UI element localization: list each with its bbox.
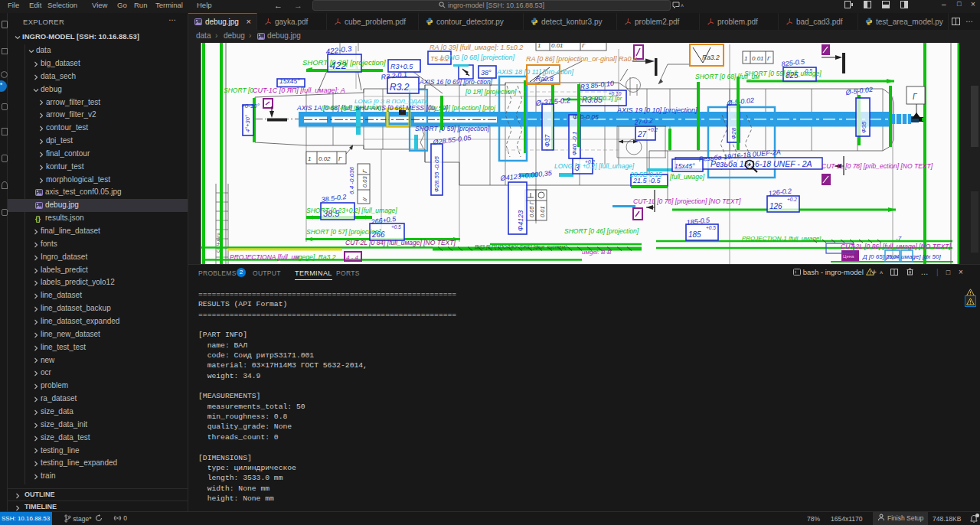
svg-text:RA [0 39] [full_имage]: 1.5±0.: RA [0 39] [full_имage]: 1.5±0.2 [430,44,523,51]
svg-text:SHORT [0 38] [projection]: SHORT [0 38] [projection] [302,58,386,67]
svg-text:SHORT [0 57] [projection]: SHORT [0 57] [projection] [306,228,381,236]
svg-text:-7: -7 [896,235,902,242]
svg-text:15х45°: 15х45° [279,77,300,85]
svg-text:126: 126 [769,202,782,210]
svg-text:Ra0.8: Ra0.8 [536,75,554,83]
svg-text:R3.2: R3.2 [390,82,410,93]
svg-text:15х45°: 15х45° [675,162,695,170]
svg-text:Д [0 65] [пол_имage] [dx 50]: Д [0 65] [пол_имage] [dx 50] [862,253,941,260]
svg-text:+0.2: +0.2 [648,127,658,132]
svg-text:Цена: Цена [843,254,854,259]
svg-text:0.03: 0.03 [361,176,368,188]
svg-text:6.4 -0.036: 6.4 -0.036 [348,166,355,194]
svg-text:[поли_age] [pro-ction]: [поли_age] [pro-ction] [321,104,381,111]
svg-text:ВИЗ [0.П] [ПОЛЖУ ЛЖЕ] [фил_сис: ВИЗ [0.П] [ПОЛЖУ ЛЖЕ] [фил_систем] [475,244,567,250]
svg-text:CUT-1L [0 78] [prib_ection] [N: CUT-1L [0 78] [prib_ection] [NO TEXT] [822,162,933,170]
svg-text:PROJECTIONA [full_им: PROJECTIONA [full_им [230,253,299,261]
svg-text:Г: Г [767,55,771,62]
svg-text:4 - 4: 4 - 4 [346,254,359,261]
svg-text:PROJECTION-1 [full_имage]: PROJECTION-1 [full_имage] [742,235,822,242]
svg-text:+0-10°: +0-10° [241,103,260,109]
svg-text:Ф35: Ф35 [861,121,867,133]
svg-text:SHORT [0 7] [pr: SHORT [0 7] [pr [578,95,622,102]
svg-text:имgel: B-B: имgel: B-B [582,249,612,256]
svg-text:CUT-1C [0 ЯП] [full_имаge]: A: CUT-1C [0 ЯП] [full_имаge]: A [253,86,345,94]
svg-text:0.01: 0.01 [752,55,764,62]
svg-text:Ra3.2: Ra3.2 [702,54,720,61]
svg-text:0.05 Г: 0.05 Г [528,201,535,217]
svg-text:LONG [З +0.2] [full_иmage]: LONG [З +0.2] [full_иmage] [554,162,635,170]
svg-text:0.02: 0.02 [318,155,331,162]
svg-text:LONG [0 З В ПОЛ_ОДАТА: LONG [0 З В ПОЛ_ОДАТА [354,98,428,105]
svg-text:SHORT [0 23+0.2] [full_иmage]: SHORT [0 23+0.2] [full_иmage] [306,207,397,214]
svg-text:SHORT [0 59] [projection]: SHORT [0 59] [projection] [415,125,490,132]
svg-text:AXIS 19 [0 10] [projection]: AXIS 19 [0 10] [projection] [616,106,697,114]
svg-text:CUT-2L [0 84] [full_имage] [NO: CUT-2L [0 84] [full_имage] [NO TEXT] [345,239,456,246]
svg-text:38°: 38° [481,69,492,77]
svg-text:SHORT [0 59] [full_имаge]: SHORT [0 59] [full_имаge] [744,70,822,77]
svg-text:[0у_59] [pr-ection] [proj: [0у_59] [pr-ection] [proj [428,104,496,112]
svg-text:0.01: 0.01 [551,43,564,49]
svg-text:+0.5: +0.5 [706,225,716,230]
svg-text:AXIS 18 [0 11] [pro-ction]: AXIS 18 [0 11] [pro-ction] [496,68,573,76]
svg-text:0.01: 0.01 [539,206,546,217]
svg-text:4°+30°: 4°+30° [244,115,251,132]
svg-text:R3+0.5: R3+0.5 [390,63,413,70]
svg-text:Г: Г [582,43,586,49]
svg-text:SHORT [0: SHORT [0 [224,86,253,94]
svg-text:27: 27 [637,130,647,139]
svg-text:Ф37: Ф37 [544,135,551,147]
svg-text:Ф4123: Ф4123 [517,210,524,231]
svg-text:1: 1 [744,55,747,62]
svg-text:185: 185 [688,230,701,239]
svg-text://: // [361,197,368,202]
svg-text:Г: Г [338,155,342,162]
svg-text:1: 1 [537,43,541,49]
svg-text:Ф28.55 -0.05: Ф28.55 -0.05 [433,156,440,192]
svg-text:Ф-0-0.05: Ф-0-0.05 [573,113,599,121]
svg-text:agege]. Ra3.2: agege]. Ra3.2 [295,253,336,261]
svg-text:+0.5: +0.5 [391,224,401,230]
svg-text:+0.2: +0.2 [787,197,797,202]
svg-text:28.5Е-0.15: 28.5Е-0.15 [629,171,662,178]
svg-text:AXIS 16 [0 69] [pro-ction]: AXIS 16 [0 69] [pro-ction] [419,78,493,86]
svg-text:RA [0 86] [projection_or-ginal: RA [0 86] [projection_or-ginal] Ra0.8 [526,55,637,63]
svg-text:CUT-1L [0 78] [projection] [NO: CUT-1L [0 78] [projection] [NO TEXT] [633,197,741,205]
svg-text:[full_имage]: [full_имage] [669,173,705,181]
svg-text:CUT-2L [0 86] [full_имage] [NO: CUT-2L [0 86] [full_имage] [NO TEXT] [841,243,951,250]
svg-text:Ф28: Ф28 [730,127,737,139]
svg-text:Ф40 -0.1: Ф40 -0.1 [571,132,578,155]
svg-text:Г: Г [361,169,368,173]
svg-text:1: 1 [308,155,311,162]
svg-text:LONG [0 68] [projection]: LONG [0 68] [projection] [440,54,515,61]
svg-text:SHORT [0 46] [projection]: SHORT [0 46] [projection] [564,227,639,235]
